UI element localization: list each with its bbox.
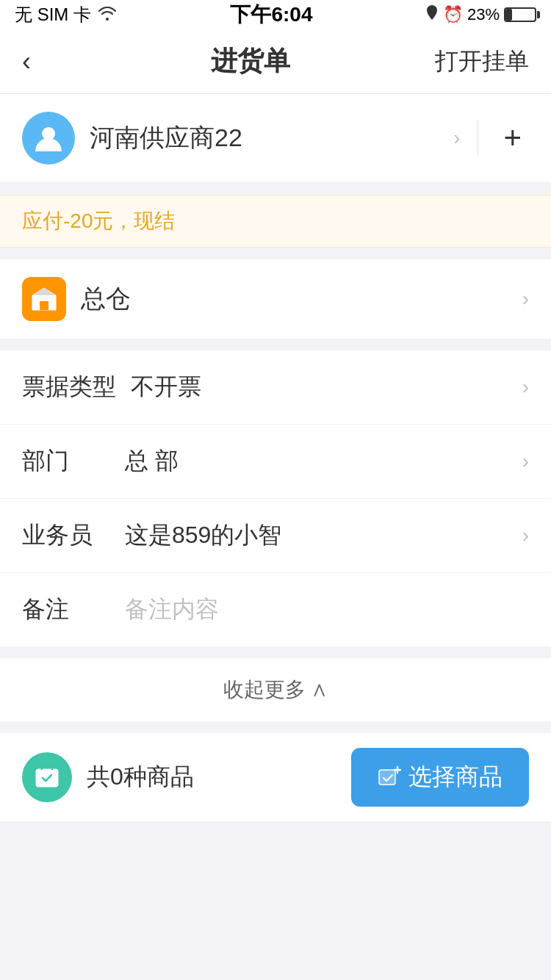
- warehouse-card: 总仓 ›: [0, 259, 551, 339]
- salesman-chevron-icon: ›: [522, 524, 529, 547]
- location-icon: [425, 4, 439, 25]
- status-bar: 无 SIM 卡 下午6:04 ⏰ 23%: [0, 0, 551, 29]
- status-right: ⏰ 23%: [425, 4, 536, 25]
- battery-icon: [504, 7, 536, 22]
- department-chevron-icon: ›: [522, 450, 529, 473]
- remark-row[interactable]: 备注 备注内容: [0, 573, 551, 646]
- supplier-card: 河南供应商22 › +: [0, 94, 551, 183]
- invoice-row[interactable]: 票据类型 不开票 ›: [0, 350, 551, 425]
- product-icon: [22, 752, 72, 802]
- back-button[interactable]: ‹: [22, 46, 66, 77]
- main-content: 河南供应商22 › + 应付-20元，现结 总仓 › 票据类型 不开票 ›: [0, 94, 551, 980]
- warehouse-icon: [22, 277, 66, 321]
- supplier-chevron-icon: ›: [453, 126, 460, 150]
- open-pending-button[interactable]: 打开挂单: [435, 46, 529, 78]
- warehouse-chevron-icon: ›: [522, 287, 529, 311]
- status-left: 无 SIM 卡: [15, 3, 118, 26]
- department-row[interactable]: 部门 总 部 ›: [0, 425, 551, 499]
- carrier-text: 无 SIM 卡: [15, 3, 91, 26]
- select-product-icon: [378, 765, 401, 789]
- add-supplier-button[interactable]: +: [496, 120, 529, 156]
- supplier-divider: [478, 120, 478, 156]
- supplier-name: 河南供应商22: [90, 121, 453, 155]
- svg-rect-1: [40, 301, 48, 310]
- remark-label: 备注: [22, 594, 110, 626]
- wifi-icon: [97, 4, 118, 25]
- warehouse-row[interactable]: 总仓 ›: [0, 259, 551, 339]
- nav-bar: ‹ 进货单 打开挂单: [0, 29, 551, 94]
- salesman-value: 这是859的小智: [110, 519, 522, 552]
- page-background: [0, 821, 551, 980]
- battery-text: 23%: [467, 5, 500, 24]
- page-title: 进货单: [211, 43, 290, 79]
- remark-input[interactable]: 备注内容: [110, 594, 529, 626]
- product-count: 共0种商品: [87, 761, 351, 793]
- invoice-value: 不开票: [116, 371, 522, 403]
- collapse-button[interactable]: 收起更多 ∧: [0, 658, 551, 721]
- product-bar: 共0种商品 选择商品: [0, 733, 551, 821]
- supplier-row[interactable]: 河南供应商22 › +: [0, 94, 551, 183]
- department-value: 总 部: [110, 445, 522, 478]
- alarm-icon: ⏰: [443, 5, 463, 24]
- supplier-avatar: [22, 112, 75, 165]
- svg-rect-2: [36, 769, 58, 787]
- invoice-chevron-icon: ›: [522, 375, 529, 399]
- status-time: 下午6:04: [230, 1, 312, 29]
- form-card: 票据类型 不开票 › 部门 总 部 › 业务员 这是859的小智 › 备注 备注…: [0, 350, 551, 646]
- salesman-label: 业务员: [22, 519, 110, 552]
- department-label: 部门: [22, 445, 110, 478]
- svg-rect-3: [379, 770, 395, 785]
- salesman-row[interactable]: 业务员 这是859的小智 ›: [0, 499, 551, 573]
- select-product-label: 选择商品: [408, 761, 503, 793]
- select-product-button[interactable]: 选择商品: [351, 748, 529, 807]
- invoice-label: 票据类型: [22, 371, 116, 403]
- notice-banner: 应付-20元，现结: [0, 195, 551, 248]
- warehouse-name: 总仓: [81, 282, 522, 316]
